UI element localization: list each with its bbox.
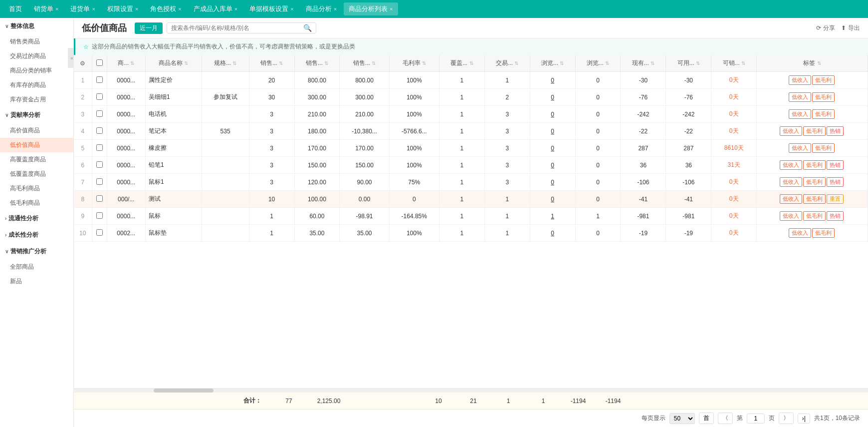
col-settings[interactable]: ⚙	[74, 55, 92, 72]
views1-link[interactable]: 0	[551, 196, 554, 203]
col-coverage[interactable]: 覆盖... ⇅	[439, 55, 484, 72]
last-page-button[interactable]: ›|	[798, 414, 810, 424]
nav-template[interactable]: 单据模板设置 ×	[244, 2, 298, 15]
col-sales-count[interactable]: 销售... ⇅	[249, 55, 294, 72]
col-current-stock[interactable]: 现有... ⇅	[621, 55, 666, 72]
col-sales-amount[interactable]: 销售... ⇅	[294, 55, 340, 72]
sidebar-group-marketing[interactable]: ∨ 营销推广分析	[0, 243, 73, 260]
search-input[interactable]	[171, 24, 301, 31]
col-sales-cost[interactable]: 销售... ⇅	[340, 55, 389, 72]
col-code[interactable]: 商... ⇅	[107, 55, 145, 72]
sidebar-group-growth[interactable]: › 成长性分析	[0, 227, 73, 243]
nav-close-roles[interactable]: ×	[178, 6, 181, 12]
views1-link[interactable]: 0	[551, 77, 554, 84]
sidebar-item-low-margin[interactable]: 低毛利商品	[0, 196, 73, 210]
row-checkbox[interactable]	[96, 229, 103, 236]
nav-sales[interactable]: 销货单 ×	[29, 2, 63, 15]
cell-checkbox[interactable]	[92, 72, 107, 89]
cell-name: 橡皮擦	[145, 140, 202, 157]
sidebar-item-low-coverage[interactable]: 低覆盖度商品	[0, 167, 73, 181]
sidebar-item-sales-goods[interactable]: 销售类商品	[0, 34, 73, 49]
views1-link[interactable]: 0	[551, 230, 554, 237]
row-checkbox[interactable]	[96, 93, 103, 100]
sidebar-group-liquidity[interactable]: › 流通性分析	[0, 210, 73, 227]
row-checkbox[interactable]	[96, 127, 103, 134]
cell-checkbox[interactable]	[92, 174, 107, 191]
sidebar-item-traded-goods[interactable]: 交易过的商品	[0, 49, 73, 63]
col-views2[interactable]: 浏览... ⇅	[575, 55, 621, 72]
collapse-button[interactable]: «	[68, 48, 74, 68]
views1-link[interactable]: 0	[551, 111, 554, 118]
cell-sales-count: 3	[249, 123, 294, 140]
col-tags[interactable]: 标签 ⇅	[757, 55, 868, 72]
cell-checkbox[interactable]	[92, 191, 107, 208]
nav-close-permissions[interactable]: ×	[135, 6, 138, 12]
nav-close-products[interactable]: ×	[234, 6, 237, 12]
views1-link[interactable]: 0	[551, 128, 554, 135]
nav-close-purchase[interactable]: ×	[92, 6, 95, 12]
col-saleable[interactable]: 可销... ⇅	[711, 55, 757, 72]
col-trade[interactable]: 交易... ⇅	[484, 55, 530, 72]
col-spec[interactable]: 规格... ⇅	[202, 55, 249, 72]
sidebar-item-category-sales[interactable]: 商品分类的销率	[0, 63, 73, 78]
nav-close-template[interactable]: ×	[290, 6, 293, 12]
settings-icon[interactable]: ⚙	[80, 60, 85, 67]
views1-link[interactable]: 1	[551, 213, 554, 220]
col-name[interactable]: 商品名称 ⇅	[145, 55, 202, 72]
sidebar-item-high-coverage[interactable]: 高覆盖度商品	[0, 152, 73, 167]
row-checkbox[interactable]	[96, 110, 103, 117]
next-page-button[interactable]: 〉	[779, 413, 794, 424]
sidebar-item-high-margin[interactable]: 高毛利商品	[0, 181, 73, 196]
cell-checkbox[interactable]	[92, 123, 107, 140]
cell-checkbox[interactable]	[92, 208, 107, 225]
row-checkbox[interactable]	[96, 178, 103, 185]
row-checkbox[interactable]	[96, 76, 103, 83]
select-all-checkbox[interactable]	[96, 59, 103, 66]
sidebar-item-all-goods[interactable]: 全部商品	[0, 260, 73, 274]
export-button[interactable]: ⬆ 导出	[841, 24, 860, 32]
sidebar-group-overall[interactable]: ∨ 整体信息	[0, 18, 73, 34]
views1-link[interactable]: 0	[551, 94, 554, 101]
sidebar-item-low-value[interactable]: 低价值商品	[0, 138, 73, 152]
cell-checkbox[interactable]	[92, 89, 107, 106]
col-checkbox-header[interactable]	[92, 55, 107, 72]
prev-page-button[interactable]: 〈	[718, 413, 733, 424]
nav-home[interactable]: 首页	[4, 2, 27, 15]
scrollbar-thumb[interactable]	[154, 389, 214, 393]
col-views1[interactable]: 浏览... ⇅	[530, 55, 575, 72]
cell-checkbox[interactable]	[92, 106, 107, 123]
nav-close-analysis[interactable]: ×	[334, 6, 337, 12]
sidebar-item-new-goods[interactable]: 新品	[0, 274, 73, 289]
nav-close-analysis-list[interactable]: ×	[390, 6, 393, 12]
nav-analysis-list[interactable]: 商品分析列表 ×	[344, 2, 398, 15]
row-checkbox[interactable]	[96, 212, 103, 219]
nav-roles[interactable]: 角色授权 ×	[145, 2, 186, 15]
cell-checkbox[interactable]	[92, 225, 107, 242]
sidebar-group-contribution[interactable]: ∨ 贡献率分析	[0, 107, 73, 123]
row-checkbox[interactable]	[96, 161, 103, 168]
cell-checkbox[interactable]	[92, 140, 107, 157]
col-available-stock[interactable]: 可用... ⇅	[666, 55, 711, 72]
sidebar-item-high-value[interactable]: 高价值商品	[0, 123, 73, 138]
page-number-input[interactable]	[747, 414, 765, 424]
row-checkbox[interactable]	[96, 195, 103, 202]
sidebar-item-inventory-goods[interactable]: 有库存的商品	[0, 78, 73, 92]
views1-link[interactable]: 0	[551, 162, 554, 169]
cell-checkbox[interactable]	[92, 157, 107, 174]
per-page-select[interactable]: 50 100 200	[669, 413, 695, 424]
time-filter-button[interactable]: 近一月	[135, 22, 163, 34]
nav-purchase[interactable]: 进货单 ×	[65, 2, 100, 15]
sidebar-item-inventory-funds[interactable]: 库存资金占用	[0, 92, 73, 107]
search-icon[interactable]: 🔍	[303, 24, 312, 32]
views1-link[interactable]: 0	[551, 179, 554, 186]
nav-close-sales[interactable]: ×	[55, 6, 58, 12]
nav-analysis[interactable]: 商品分析 ×	[301, 2, 342, 15]
col-gross-margin[interactable]: 毛利率 ⇅	[389, 55, 439, 72]
views1-link[interactable]: 0	[551, 145, 554, 152]
first-page-button[interactable]: 首	[699, 413, 714, 424]
row-checkbox[interactable]	[96, 144, 103, 151]
share-button[interactable]: ⟳ 分享	[816, 24, 835, 32]
nav-products[interactable]: 产成品入库单 ×	[189, 2, 242, 15]
horizontal-scrollbar[interactable]	[74, 389, 868, 393]
nav-permissions[interactable]: 权限设置 ×	[102, 2, 143, 15]
